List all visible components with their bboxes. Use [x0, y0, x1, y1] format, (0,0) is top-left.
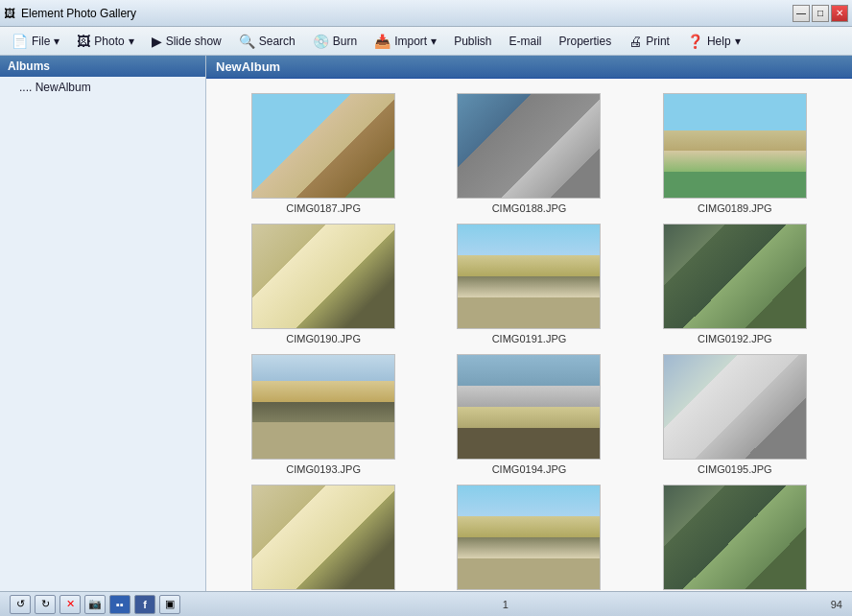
- photo-cell-5[interactable]: CIMG0192.JPG: [637, 224, 833, 344]
- photo-thumb-5: [663, 224, 807, 329]
- titlebar-controls: — □ ✕: [793, 5, 848, 22]
- menu-email[interactable]: E-mail: [502, 32, 550, 51]
- page-number: 1: [503, 599, 509, 610]
- file-arrow-icon: ▾: [54, 35, 59, 48]
- photo-thumb-10: [457, 485, 601, 590]
- print-icon: 🖨: [628, 34, 642, 49]
- photo-icon: 🖼: [77, 34, 90, 49]
- photo-label-8: CIMG0195.JPG: [698, 463, 772, 475]
- menu-publish[interactable]: Publish: [446, 32, 499, 51]
- statusbar: ↺ ↻ ✕ 📷 ▪▪ f ▣ 1 94: [0, 591, 852, 616]
- maximize-button[interactable]: □: [812, 5, 829, 22]
- photo-image-8: [664, 355, 806, 459]
- burn-icon: 💿: [313, 34, 329, 49]
- photo-label-6: CIMG0193.JPG: [286, 463, 361, 475]
- photo-thumb-0: [251, 93, 395, 199]
- photo-cell-3[interactable]: CIMG0190.JPG: [225, 224, 421, 344]
- photo-label-1: CIMG0188.JPG: [492, 202, 567, 214]
- photo-cell-1[interactable]: CIMG0188.JPG: [431, 93, 627, 214]
- sidebar: Albums .... NewAlbum: [0, 56, 206, 591]
- menu-print[interactable]: 🖨 Print: [621, 31, 677, 52]
- photo-image-4: [458, 225, 600, 328]
- photo-cell-9[interactable]: CIMG0196.JPG: [225, 485, 421, 591]
- close-button[interactable]: ✕: [831, 5, 848, 22]
- main-layout: Albums .... NewAlbum NewAlbum CIMG0187.J…: [0, 56, 852, 591]
- photo-count: 94: [831, 599, 842, 610]
- photo-image-0: [252, 94, 394, 198]
- content-area[interactable]: NewAlbum CIMG0187.JPGCIMG0188.JPGCIMG018…: [206, 56, 852, 591]
- photo-thumb-7: [457, 354, 601, 460]
- photo-cell-10[interactable]: CIMG0197.JPG: [431, 485, 627, 591]
- photo-label-7: CIMG0194.JPG: [492, 463, 567, 475]
- minimize-button[interactable]: —: [793, 5, 810, 22]
- menu-properties[interactable]: Properties: [552, 32, 620, 51]
- search-icon: 🔍: [239, 34, 255, 49]
- photo-grid: CIMG0187.JPGCIMG0188.JPGCIMG0189.JPGCIMG…: [206, 79, 852, 591]
- menu-import[interactable]: 📥 Import ▾: [367, 31, 444, 52]
- photo-thumb-2: [663, 93, 807, 199]
- photo-image-11: [664, 486, 806, 589]
- photo-cell-2[interactable]: CIMG0189.JPG: [637, 93, 833, 214]
- file-icon: 📄: [12, 34, 28, 49]
- photo-thumb-1: [457, 93, 601, 199]
- reload-button[interactable]: ↻: [35, 595, 56, 614]
- menubar: 📄 File ▾ 🖼 Photo ▾ ▶ Slide show 🔍 Search…: [0, 27, 852, 56]
- photo-image-5: [664, 225, 806, 328]
- menu-search[interactable]: 🔍 Search: [231, 31, 303, 52]
- view-button[interactable]: ▣: [159, 595, 180, 614]
- content-header: NewAlbum: [206, 56, 852, 79]
- photo-image-9: [252, 486, 394, 589]
- photo-thumb-3: [251, 224, 395, 329]
- import-icon: 📥: [374, 34, 390, 49]
- refresh-button[interactable]: ↺: [10, 595, 31, 614]
- album-item-newalbum[interactable]: .... NewAlbum: [0, 77, 205, 98]
- menu-help[interactable]: ❓ Help ▾: [679, 31, 748, 52]
- photo-label-4: CIMG0191.JPG: [492, 333, 567, 344]
- album-item-label: .... NewAlbum: [19, 81, 91, 94]
- photo-cell-11[interactable]: CIMG0198.JPG: [637, 485, 833, 591]
- menu-burn[interactable]: 💿 Burn: [305, 31, 365, 52]
- photo-cell-4[interactable]: CIMG0191.JPG: [431, 224, 627, 344]
- titlebar: 🖼 Element Photo Gallery — □ ✕: [0, 0, 852, 27]
- camera-button[interactable]: 📷: [84, 595, 106, 614]
- delete-button[interactable]: ✕: [59, 595, 81, 614]
- albums-header: Albums: [0, 56, 205, 77]
- menu-file[interactable]: 📄 File ▾: [4, 31, 67, 52]
- menu-file-label: File: [32, 35, 50, 48]
- app-title: Element Photo Gallery: [21, 7, 136, 20]
- photo-thumb-9: [251, 485, 395, 590]
- menu-search-label: Search: [259, 35, 296, 48]
- photo-thumb-8: [663, 354, 807, 460]
- menu-publish-label: Publish: [454, 35, 491, 48]
- menu-burn-label: Burn: [333, 35, 357, 48]
- statusbar-left: ↺ ↻ ✕ 📷 ▪▪ f ▣: [10, 595, 180, 614]
- statusbar-center: 1: [180, 599, 831, 610]
- menu-properties-label: Properties: [559, 35, 612, 48]
- photo-arrow-icon: ▾: [129, 35, 134, 48]
- photo-cell-7[interactable]: CIMG0194.JPG: [431, 354, 627, 475]
- photo-label-0: CIMG0187.JPG: [286, 202, 361, 214]
- photo-cell-0[interactable]: CIMG0187.JPG: [225, 93, 421, 214]
- photo-label-3: CIMG0190.JPG: [286, 333, 361, 344]
- photo-thumb-11: [663, 485, 807, 590]
- facebook-button[interactable]: f: [134, 595, 155, 614]
- menu-email-label: E-mail: [509, 35, 542, 48]
- menu-print-label: Print: [646, 35, 670, 48]
- photo-cell-6[interactable]: CIMG0193.JPG: [225, 354, 421, 475]
- menu-slideshow[interactable]: ▶ Slide show: [144, 31, 229, 52]
- photo-cell-8[interactable]: CIMG0195.JPG: [637, 354, 833, 475]
- menu-photo[interactable]: 🖼 Photo ▾: [69, 31, 141, 52]
- photo-label-5: CIMG0192.JPG: [698, 333, 772, 344]
- menu-import-label: Import: [394, 35, 427, 48]
- help-icon: ❓: [687, 34, 703, 49]
- photo-image-1: [458, 94, 600, 198]
- menu-photo-label: Photo: [94, 35, 124, 48]
- photo-image-7: [458, 355, 600, 459]
- photo-image-2: [664, 94, 806, 198]
- photo-image-10: [458, 486, 600, 589]
- photo-label-2: CIMG0189.JPG: [698, 202, 772, 214]
- photo-image-6: [252, 355, 394, 459]
- menu-help-label: Help: [707, 35, 731, 48]
- filmstrip-button[interactable]: ▪▪: [109, 595, 130, 614]
- titlebar-left: 🖼 Element Photo Gallery: [4, 7, 136, 20]
